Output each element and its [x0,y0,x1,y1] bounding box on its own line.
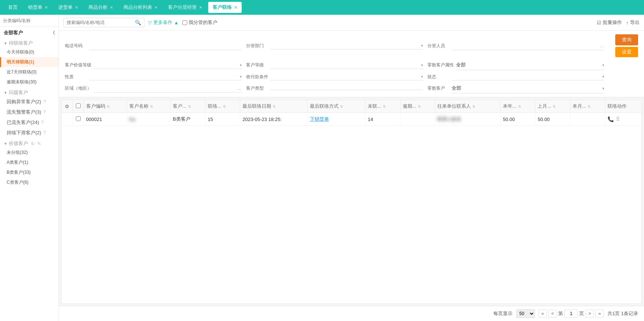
th-last-contact-date[interactable]: 最后联络日期⇅ [240,100,307,113]
th-overdue[interactable]: 逾期...⇅ [400,100,435,113]
close-sales-icon[interactable]: ✕ [45,5,48,10]
sidebar-item-repurchase-abnormal[interactable]: 回购异常客户(2) ? [0,97,59,107]
th-last-month[interactable]: 上月...⇅ [535,100,570,113]
th-settings[interactable]: ⚙ [62,100,73,113]
contact-method-link[interactable]: 下销货单 [310,116,329,122]
filter-rc-select[interactable]: 全部▾ [452,83,604,93]
prev-page-btn[interactable]: < [548,310,557,318]
close-goods-analysis-icon[interactable]: ✕ [110,5,113,10]
filter-payment-label: 收付款条件 [246,74,268,80]
th-unit-contact[interactable]: 往来单位联系人⇅ [435,100,500,113]
search-input[interactable] [67,20,133,25]
nav-goods-analysis-list[interactable]: 商品分析列表 ✕ [119,2,162,13]
filter-person: 分管人员 … [427,42,604,50]
row-checkbox[interactable] [76,116,81,121]
export-btn[interactable]: ↑ 导出 [626,19,640,26]
filter-dept-select[interactable]: ▾ [270,42,423,49]
close-customer-tier-icon[interactable]: ✕ [199,5,202,10]
sidebar-item-already-lost[interactable]: 已流失客户(24) ? [0,117,59,128]
sidebar-item-class-a[interactable]: A类客户(1) [0,158,59,168]
last-page-btn[interactable]: » [595,310,604,318]
select-all-checkbox[interactable] [76,103,81,108]
action-more-icon[interactable]: ⠿ [616,116,620,122]
first-page-btn[interactable]: « [539,310,547,318]
all-customers-label[interactable]: 全部客户 [4,30,23,36]
filter-cvl-select[interactable]: ▾ [94,62,242,69]
pagination: 每页显示 50 100 200 « < 第 页 > » 共1页 1条记录 [59,306,644,321]
query-button[interactable]: 查询 [615,34,638,45]
sidebar-item-class-c[interactable]: C类客户(6) [0,177,59,187]
sidebar-item-overdue[interactable]: 逾期未联络(30) [0,77,59,87]
all-customers-header: 全部客户 《 [0,27,59,38]
filter-retail-attr: 零散客户属性 全部▾ [427,60,604,70]
table-header-row: ⚙ 客户编码⇅ 客户名称⇅ 客 [62,100,641,113]
th-type[interactable]: 客户...⇅ [171,100,206,113]
filter-cvl-label: 客户价值等级 [65,62,91,68]
nav-goods-analysis[interactable]: 商品分析 ✕ [84,2,118,13]
nav-customer-tier[interactable]: 客户分层经营 ✕ [164,2,207,13]
sidebar-item-today[interactable]: 今天待联络(0) [0,47,59,57]
filter-customer-value-level: 客户价值等级 ▾ [65,62,242,69]
th-not-contacted[interactable]: 未联...⇅ [365,100,400,113]
filter-payment-select[interactable]: ▾ [270,73,423,80]
refresh-value-icon[interactable]: ↻ [31,141,35,146]
th-last-contact-method[interactable]: 最后联络方式⇅ [307,100,365,113]
sidebar-item-lost-warning[interactable]: 流失预警客户(3) ? [0,107,59,117]
search-icon[interactable]: 🔍 [135,20,141,25]
nav-purchase[interactable]: 进货单 ✕ [54,2,83,13]
action-phone-icon[interactable]: 📞 [608,116,614,122]
nav-sales[interactable]: 销货单 ✕ [24,2,52,13]
filter-region-select[interactable]: … [94,84,242,93]
cell-actions: 📞 ⠿ [605,113,641,126]
customer-name-blurred: Ea [129,117,135,122]
th-check[interactable] [73,100,84,113]
filter-cl-select[interactable]: ▾ [270,62,423,69]
close-purchase-icon[interactable]: ✕ [75,5,78,10]
page-input[interactable] [564,310,578,318]
sidebar-collapse-icon[interactable]: 《 [50,30,55,36]
sidebar-item-continue-decline[interactable]: 持续下滑客户(2) ? [0,128,59,138]
filter-ct-select[interactable] [270,87,423,90]
my-customers-check[interactable] [182,20,187,25]
per-page-select[interactable]: 50 100 200 [516,309,535,318]
sidebar-search-input[interactable] [3,18,58,23]
batch-op-btn[interactable]: ☑ 批量操作 [597,19,622,26]
filter-ra-select[interactable]: 全部▾ [456,60,604,70]
filter-person-label: 分管人员 [427,43,449,49]
th-this-month[interactable]: 本月...⇅ [570,100,605,113]
value-triangle-icon: ▼ [4,142,7,146]
sidebar-item-unclassified[interactable]: 未分组(32) [0,148,59,158]
th-name[interactable]: 客户名称⇅ [127,100,171,113]
cell-check[interactable] [73,113,84,126]
table-row: 000021 Ea B类客户 15 2023-05-23 18:25: 下销货单 [62,113,641,126]
more-conditions-btn[interactable]: ▽ 更多条件 ▲ [148,19,179,26]
filter-gender-select[interactable]: ▾ [89,73,242,80]
per-page-label: 每页显示 [493,310,512,317]
sidebar: 🔍 全部客户 《 ▼ 待联络客户 今天待联络(0) 明天待联络(1) 近7天待联… [0,15,59,321]
filter-status-select[interactable]: ▾ [452,73,604,80]
pending-contact-group: ▼ 待联络客户 [0,38,59,47]
sidebar-item-tomorrow[interactable]: 明天待联络(1) [0,57,59,67]
filter-phone-input[interactable] [89,42,242,50]
th-code[interactable]: 客户编码⇅ [84,100,127,113]
th-this-year[interactable]: 本年...⇅ [500,100,535,113]
close-goods-list-icon[interactable]: ✕ [154,5,158,10]
set-button[interactable]: 设置 [615,47,638,57]
cell-last-contact-date: 2023-05-23 18:25: [240,113,307,126]
customer-table: ⚙ 客户编码⇅ 客户名称⇅ 客 [62,100,641,126]
sidebar-item-class-b[interactable]: B类客户(33) [0,168,59,177]
my-customers-checkbox[interactable]: 我分管的客户 [182,19,217,26]
filter-gender-label: 性质 [65,74,87,80]
cell-last-contact-method[interactable]: 下销货单 [307,113,365,126]
nav-customer-contact[interactable]: 客户联络 ✕ [208,2,242,13]
edit-value-icon[interactable]: ✎ [37,141,41,146]
next-page-btn[interactable]: > [585,310,594,318]
filter-person-select[interactable]: … [452,42,604,50]
filter-region: 区域（地区） … [65,84,242,93]
th-contacts[interactable]: 联络...⇅ [205,100,240,113]
filter-region-label: 区域（地区） [65,85,91,92]
close-customer-contact-icon[interactable]: ✕ [234,5,237,10]
cell-type: B类客户 [171,113,206,126]
nav-home[interactable]: 首页 [4,2,22,13]
sidebar-item-near7[interactable]: 近7天待联络(0) [0,67,59,77]
